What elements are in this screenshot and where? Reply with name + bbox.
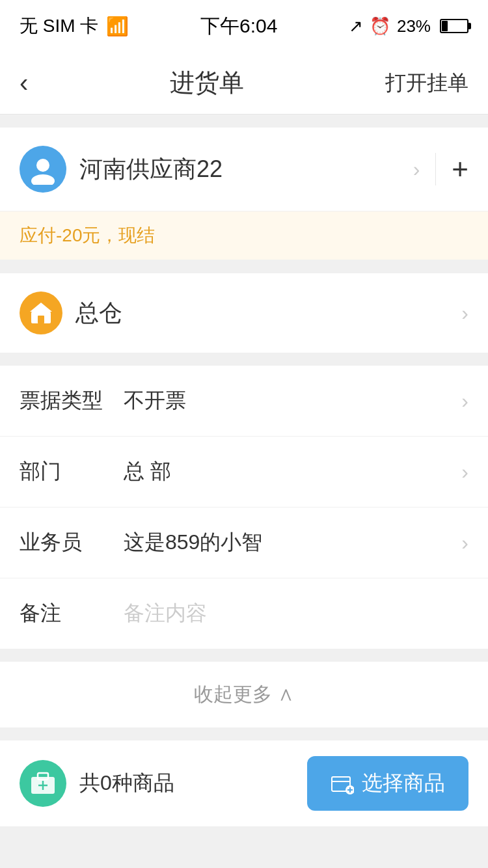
supplier-row[interactable]: 河南供应商22 › + <box>0 128 488 211</box>
remark-label: 备注 <box>20 599 124 628</box>
warehouse-chevron-icon: › <box>461 301 468 325</box>
status-bar: 无 SIM 卡 📶 下午6:04 ↗ ⏰ 23% <box>0 0 488 52</box>
add-supplier-button[interactable]: + <box>452 153 468 185</box>
supplier-chevron-icon: › <box>413 157 420 182</box>
page-title: 进货单 <box>170 66 244 100</box>
department-row[interactable]: 部门 总 部 › <box>0 437 488 508</box>
alert-banner: 应付-20元，现结 <box>0 211 488 260</box>
svg-point-1 <box>31 174 55 185</box>
wifi-icon: 📶 <box>106 16 129 37</box>
sales-rep-row[interactable]: 业务员 这是859的小智 › <box>0 508 488 578</box>
battery-icon <box>440 19 468 33</box>
supplier-section: 河南供应商22 › + 应付-20元，现结 <box>0 128 488 260</box>
sales-rep-chevron-icon: › <box>461 531 468 555</box>
product-bar: 共0种商品 选择商品 <box>0 740 488 826</box>
department-chevron-icon: › <box>461 460 468 484</box>
warehouse-icon <box>20 292 62 334</box>
alert-text: 应付-20元，现结 <box>20 225 155 245</box>
ticket-type-row[interactable]: 票据类型 不开票 › <box>0 366 488 437</box>
alarm-icon: ⏰ <box>370 16 390 36</box>
battery-percent: 23% <box>397 16 431 36</box>
svg-point-0 <box>36 159 49 172</box>
section-divider-1 <box>0 115 488 128</box>
form-section: 票据类型 不开票 › 部门 总 部 › 业务员 这是859的小智 › 备注 备注… <box>0 366 488 649</box>
sales-rep-label: 业务员 <box>20 528 124 557</box>
remark-placeholder: 备注内容 <box>124 599 468 628</box>
carrier-text: 无 SIM 卡 <box>20 14 98 38</box>
back-button[interactable]: ‹ <box>20 68 28 98</box>
warehouse-section: 总仓 › <box>0 273 488 353</box>
ticket-type-label: 票据类型 <box>20 387 124 415</box>
product-count-text: 共0种商品 <box>79 769 307 798</box>
section-divider-2 <box>0 260 488 273</box>
collapse-text: 收起更多 ∧ <box>194 681 293 708</box>
page-background <box>0 826 488 868</box>
select-product-button[interactable]: 选择商品 <box>307 756 468 811</box>
supplier-name: 河南供应商22 <box>79 154 413 185</box>
ticket-type-value: 不开票 <box>124 387 455 415</box>
sales-rep-value: 这是859的小智 <box>124 528 455 557</box>
supplier-avatar <box>20 146 66 193</box>
vertical-divider <box>435 153 436 185</box>
status-time: 下午6:04 <box>200 13 277 40</box>
warehouse-row[interactable]: 总仓 › <box>0 273 488 353</box>
ticket-type-chevron-icon: › <box>461 389 468 413</box>
department-value: 总 部 <box>124 457 455 486</box>
svg-marker-3 <box>30 303 52 312</box>
open-pending-button[interactable]: 打开挂单 <box>385 69 468 98</box>
collapse-row[interactable]: 收起更多 ∧ <box>0 662 488 727</box>
product-icon <box>20 760 66 807</box>
status-left: 无 SIM 卡 📶 <box>20 14 129 38</box>
warehouse-name: 总仓 <box>75 297 461 329</box>
svg-rect-4 <box>38 316 44 323</box>
nav-bar: ‹ 进货单 打开挂单 <box>0 52 488 115</box>
status-right: ↗ ⏰ 23% <box>349 16 468 36</box>
department-label: 部门 <box>20 457 124 486</box>
remark-row[interactable]: 备注 备注内容 <box>0 578 488 649</box>
select-product-label: 选择商品 <box>362 769 445 798</box>
location-icon: ↗ <box>349 16 363 36</box>
